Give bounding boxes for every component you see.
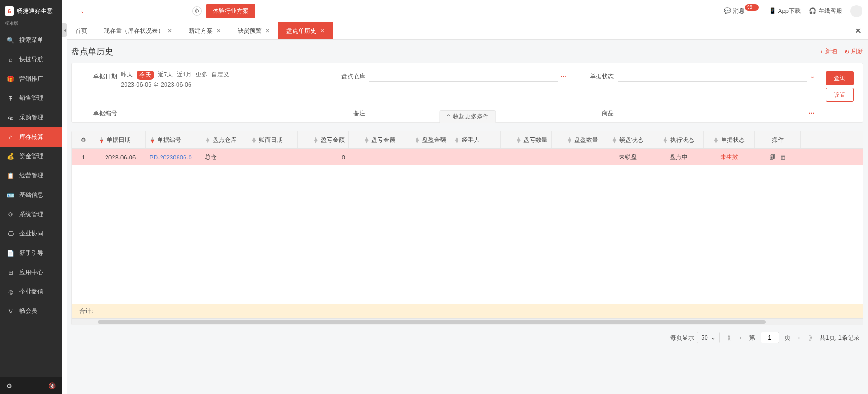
collapse-filter-button[interactable]: ⌃ 收起更多条件 — [439, 110, 496, 123]
settings-icon[interactable]: ⚙ — [6, 382, 12, 389]
app-download-button[interactable]: 📱 App下载 — [769, 7, 801, 15]
promo-button[interactable]: 体验行业方案 — [206, 4, 255, 18]
column-header[interactable]: ▲▼账面日期 — [247, 131, 298, 148]
sidebar-item[interactable]: ⛨销售管理 — [0, 88, 62, 108]
column-header[interactable]: ▲▼单据状态 — [704, 131, 755, 148]
page-suffix: 页 — [785, 334, 791, 342]
messages-button[interactable]: 💬 消息 99 + — [724, 7, 761, 15]
next-page-button[interactable]: › — [796, 334, 802, 341]
org-selector[interactable]: ⌄ — [72, 6, 188, 16]
more-icon[interactable]: ⋯ — [560, 73, 567, 80]
column-header[interactable]: 操作 — [755, 131, 801, 148]
refresh-icon: ↻ — [844, 48, 850, 55]
filter-status-input[interactable] — [618, 71, 807, 82]
add-button[interactable]: + 新增 — [820, 47, 837, 56]
page-number-input[interactable] — [761, 332, 779, 343]
filter-product-input[interactable] — [618, 107, 806, 118]
refresh-button[interactable]: ↻ 刷新 — [844, 47, 863, 56]
column-header[interactable]: ▲▼盘盈数量 — [552, 131, 602, 148]
date-pill[interactable]: 昨天 — [121, 71, 133, 80]
sort-icon: ▲▼ — [414, 137, 420, 143]
column-header[interactable]: ▲▼锁盘状态 — [602, 131, 653, 148]
sidebar-item[interactable]: 🛍采购管理 — [0, 108, 62, 127]
column-header[interactable]: ▲▼盘点仓库 — [201, 131, 247, 148]
sort-icon: ▲▼ — [713, 137, 719, 143]
column-settings[interactable]: ⚙ — [72, 131, 95, 148]
sidebar-item[interactable]: V畅会员 — [0, 301, 62, 321]
docno-link[interactable]: PD-20230606-0 — [149, 154, 192, 161]
cell-index: 1 — [72, 154, 95, 161]
horizontal-scrollbar[interactable] — [72, 318, 863, 325]
column-label: 盘亏数量 — [523, 136, 547, 144]
user-avatar[interactable] — [850, 5, 862, 17]
add-label: 新增 — [825, 47, 837, 56]
delete-icon[interactable]: 🗑 — [780, 154, 786, 161]
column-header[interactable]: ▲▼盘亏金额 — [349, 131, 399, 148]
sync-icon: ⟳ — [6, 210, 15, 218]
sidebar-item-label: 搜索菜单 — [19, 36, 43, 44]
filter-docno-input[interactable] — [121, 107, 318, 118]
scrollbar-thumb[interactable] — [98, 320, 766, 324]
sidebar-item-label: 企业协同 — [19, 229, 43, 238]
tab[interactable]: 首页 — [67, 22, 95, 39]
close-icon[interactable]: ✕ — [265, 28, 270, 34]
sidebar-item[interactable]: 📋经营管理 — [0, 166, 62, 185]
tab[interactable]: 现存量（库存状况表）✕ — [95, 22, 180, 39]
close-icon[interactable]: ✕ — [320, 28, 325, 34]
first-page-button[interactable]: ⟪ — [725, 334, 732, 341]
query-button[interactable]: 查询 — [826, 71, 854, 85]
filter-product: 商品 ⋯ — [578, 107, 815, 118]
filter-status: 单据状态 ⌄ — [578, 71, 815, 82]
sidebar-item[interactable]: ⌂库存核算 — [0, 127, 62, 147]
chevron-down-icon: ⌄ — [711, 334, 716, 341]
date-pill[interactable]: 自定义 — [211, 71, 229, 80]
column-header[interactable]: ▲▼盘亏数量 — [501, 131, 552, 148]
sidebar-item[interactable]: ⌂快捷导航 — [0, 50, 62, 69]
chevron-down-icon: ⌄ — [80, 7, 85, 14]
prev-page-button[interactable]: ‹ — [738, 334, 743, 341]
more-icon[interactable]: ⋯ — [809, 110, 815, 117]
chevron-down-icon[interactable]: ⌄ — [810, 73, 815, 80]
sidebar-item[interactable]: 🎁营销推广 — [0, 69, 62, 88]
column-header[interactable]: ▲▼盈亏金额 — [298, 131, 349, 148]
tab[interactable]: 新建方案✕ — [180, 22, 229, 39]
sidebar-item-label: 资金管理 — [19, 152, 43, 160]
filter-status-label: 单据状态 — [578, 71, 614, 81]
sidebar-item[interactable]: 💰资金管理 — [0, 147, 62, 166]
sidebar-item[interactable]: ⊞应用中心 — [0, 263, 62, 282]
gear-icon[interactable]: ⚙ — [192, 6, 202, 16]
column-header[interactable]: ▲▼经手人 — [450, 131, 501, 148]
sidebar-item-label: 库存核算 — [19, 133, 43, 141]
close-all-tabs-button[interactable]: ✕ — [848, 22, 868, 39]
filter-docno-label: 单据编号 — [81, 107, 117, 118]
last-page-button[interactable]: ⟫ — [807, 334, 814, 341]
page-size-dropdown[interactable]: 50 ⌄ — [697, 332, 719, 343]
sidebar-item[interactable]: ◎企业微信 — [0, 282, 62, 301]
support-button[interactable]: 🎧 在线客服 — [809, 7, 842, 15]
date-pill[interactable]: 近1月 — [177, 71, 192, 80]
close-icon[interactable]: ✕ — [216, 28, 221, 34]
sidebar-item[interactable]: 🖵企业协同 — [0, 224, 62, 243]
filter-settings-button[interactable]: 设置 — [826, 88, 854, 102]
sidebar-item[interactable]: ⟳系统管理 — [0, 205, 62, 224]
tab[interactable]: 缺货预警✕ — [229, 22, 278, 39]
column-header[interactable]: ▲▼执行状态 — [653, 131, 704, 148]
sidebar-item[interactable]: 🪪基础信息 — [0, 185, 62, 205]
brand-logo: 6 畅捷通好生意 — [0, 0, 62, 22]
sidebar-collapse-handle[interactable]: ◂ — [62, 23, 67, 37]
column-header[interactable]: ▲▼盘盈金额 — [399, 131, 450, 148]
column-header[interactable]: ▲▼单据编号 — [146, 131, 201, 148]
money-icon: 💰 — [6, 152, 15, 160]
close-icon[interactable]: ✕ — [167, 28, 172, 34]
date-pill[interactable]: 更多 — [196, 71, 208, 80]
sidebar-item[interactable]: 🔍搜索菜单 — [0, 30, 62, 50]
table-row[interactable]: 1 2023-06-06 PD-20230606-0 总仓 0 未锁盘 盘点中 … — [72, 149, 863, 165]
sidebar-item[interactable]: 📄新手引导 — [0, 243, 62, 263]
tab[interactable]: 盘点单历史✕ — [278, 22, 333, 39]
column-header[interactable]: ▲▼单据日期 — [95, 131, 146, 148]
date-pill[interactable]: 今天 — [137, 71, 154, 80]
sound-icon[interactable]: 🔇 — [48, 382, 56, 389]
date-pill[interactable]: 近7天 — [158, 71, 173, 80]
view-icon[interactable]: 🗐 — [769, 154, 775, 161]
filter-warehouse-input[interactable] — [369, 71, 557, 82]
